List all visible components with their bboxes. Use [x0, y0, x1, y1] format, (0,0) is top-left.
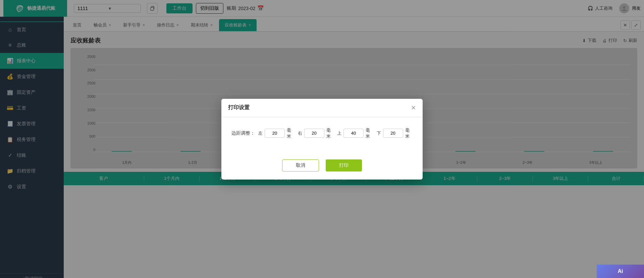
- margin-right-group: 右 毫米: [298, 127, 334, 139]
- right-input[interactable]: [304, 129, 324, 138]
- margin-top-group: 上 毫米: [337, 127, 373, 139]
- right-label: 右: [298, 130, 302, 136]
- right-unit: 毫米: [326, 127, 334, 139]
- bottom-unit: 毫米: [405, 127, 413, 139]
- modal-header: 打印设置 ✕: [221, 99, 423, 117]
- top-unit: 毫米: [366, 127, 373, 139]
- margin-left-group: 左 毫米: [258, 127, 294, 139]
- margin-row: 边距调整： 左 毫米 右 毫米 上 毫米 下: [231, 127, 413, 139]
- left-input[interactable]: [265, 129, 285, 138]
- bottom-label: 下: [377, 130, 381, 136]
- modal-close-button[interactable]: ✕: [411, 104, 416, 112]
- print-dialog: 打印设置 ✕ 边距调整： 左 毫米 右 毫米 上 毫米: [221, 99, 423, 180]
- print-dialog-overlay[interactable]: 打印设置 ✕ 边距调整： 左 毫米 右 毫米 上 毫米: [0, 0, 644, 278]
- modal-footer: 取消 打印: [221, 156, 423, 180]
- left-unit: 毫米: [287, 127, 294, 139]
- ai-badge[interactable]: Ai: [597, 265, 644, 278]
- top-input[interactable]: [343, 129, 364, 138]
- margin-bottom-group: 下 毫米: [377, 127, 413, 139]
- confirm-print-button[interactable]: 打印: [326, 159, 362, 171]
- modal-body: 边距调整： 左 毫米 右 毫米 上 毫米 下: [221, 117, 423, 156]
- margin-label: 边距调整：: [231, 130, 255, 136]
- modal-title: 打印设置: [228, 104, 250, 111]
- top-label: 上: [337, 130, 341, 136]
- left-label: 左: [258, 130, 263, 136]
- ai-badge-label: Ai: [618, 268, 623, 274]
- bottom-input[interactable]: [383, 129, 403, 138]
- cancel-button[interactable]: 取消: [282, 159, 319, 171]
